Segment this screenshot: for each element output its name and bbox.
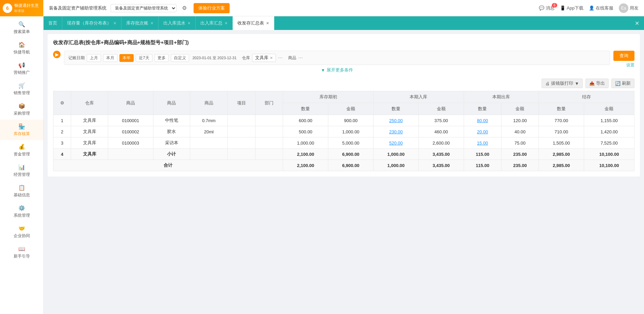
refresh-btn[interactable]: 🔄 刷新 <box>611 79 634 88</box>
export-label: 导出 <box>596 80 605 86</box>
in-qty-link[interactable]: 520.00 <box>389 141 403 146</box>
row-out-amt: 40.00 <box>501 126 539 137</box>
tab-close-inventory-dist[interactable]: ✕ <box>113 21 116 26</box>
refresh-icon: 🔄 <box>615 81 621 86</box>
warehouse-filter: 仓库 文具库 ✕ ··· <box>242 54 282 62</box>
system-icon: ⚙️ <box>18 205 25 211</box>
in-qty-link[interactable]: 230.00 <box>389 129 403 134</box>
row-out-qty[interactable]: 80.00 <box>464 115 501 126</box>
system-select[interactable]: 装备及固定资产辅助管理系统 <box>111 4 177 12</box>
row-in-qty[interactable]: 250.00 <box>373 115 418 126</box>
row-begin-qty: 600.00 <box>283 115 328 126</box>
row-in-qty[interactable]: 230.00 <box>373 126 418 137</box>
row-begin-amt: 900.00 <box>328 115 374 126</box>
th-end-amt: 金额 <box>584 103 634 115</box>
sidebar-item-finance[interactable]: 💰 资金管理 <box>0 140 43 161</box>
th-in-amt: 金额 <box>418 103 464 115</box>
sidebar-item-operation[interactable]: 📊 经营管理 <box>0 161 43 181</box>
expand-more-btn[interactable]: ▼ 展开更多条件 <box>64 67 610 73</box>
tab-flow[interactable]: 出入库流水 ✕ <box>159 16 196 30</box>
print-dropdown-icon: ▼ <box>575 81 579 86</box>
tab-recv-send-label: 收发存汇总表 <box>237 20 264 26</box>
gear-icon: ⚙ <box>60 100 64 105</box>
tab-recv-send[interactable]: 收发存汇总表 ✕ <box>233 16 274 30</box>
search-icon: 🔍 <box>18 21 25 28</box>
row-in-amt: 375.00 <box>418 115 464 126</box>
sidebar-label-enterprise: 企业协同 <box>14 233 30 239</box>
in-qty-link[interactable]: 250.00 <box>389 118 403 123</box>
gear-icon[interactable]: ⚙ <box>182 5 187 11</box>
row-out-qty[interactable]: 20.00 <box>464 126 501 137</box>
tab-close-flow[interactable]: ✕ <box>187 21 191 26</box>
row-out-qty[interactable]: 15.00 <box>464 137 501 149</box>
date-btn-7days[interactable]: 近7天 <box>136 54 152 62</box>
row-in-qty[interactable]: 520.00 <box>373 137 418 149</box>
sidebar-logo: 6 畅捷通好生意 标准版 <box>0 0 43 16</box>
out-qty-link[interactable]: 80.00 <box>477 118 488 123</box>
sidebar-item-sales[interactable]: 🛒 销售管理 <box>0 79 43 99</box>
tabbar-close-all[interactable]: ✕ <box>630 20 644 27</box>
th-gear[interactable]: ⚙ <box>53 91 71 115</box>
tab-home-label: 首页 <box>48 20 57 26</box>
experience-btn[interactable]: 体验行业方案 <box>194 3 230 13</box>
marketing-icon: 📢 <box>18 62 25 68</box>
out-qty-link[interactable]: 15.00 <box>477 141 488 146</box>
row-code <box>108 149 153 160</box>
warehouse-tag-close[interactable]: ✕ <box>270 56 273 60</box>
export-icon: 📤 <box>589 81 595 86</box>
warehouse-more-btn[interactable]: ··· <box>278 55 282 61</box>
online-service-btn[interactable]: 👤 在线客服 <box>589 5 613 11</box>
user-btn[interactable]: Ea 用友 <box>619 3 639 13</box>
expand-label: 展开更多条件 <box>327 67 353 73</box>
row-end-amt: 1,420.00 <box>584 126 634 137</box>
tab-batch[interactable]: 库存批次账 ✕ <box>121 16 159 30</box>
row-project <box>228 149 255 160</box>
row-begin-qty: 2,100.00 <box>283 149 328 160</box>
sidebar-item-system[interactable]: ⚙️ 系统管理 <box>0 201 43 222</box>
th-out-stock: 本期出库 <box>464 91 539 103</box>
warehouse-label: 仓库 <box>242 55 250 61</box>
sidebar-item-quick[interactable]: 🏠 快捷导航 <box>0 38 43 59</box>
home-icon: 🏠 <box>18 42 25 48</box>
sidebar-item-search[interactable]: 🔍 搜索菜单 <box>0 18 43 38</box>
total-label: 合计 <box>53 160 283 171</box>
tab-summary-inout[interactable]: 出入库汇总 ✕ <box>196 16 233 30</box>
collapse-btn[interactable]: ▶ <box>53 51 61 58</box>
sidebar-item-basic[interactable]: 📋 基础信息 <box>0 181 43 201</box>
tab-close-recv-send[interactable]: ✕ <box>266 21 269 26</box>
sales-icon: 🛒 <box>18 82 25 89</box>
goods-more-btn[interactable]: ··· <box>298 55 303 61</box>
sidebar-item-newbie[interactable]: 📖 新手引导 <box>0 242 43 263</box>
sidebar-item-enterprise[interactable]: 🤝 企业协同 <box>0 222 43 242</box>
row-begin-qty: 1,000.00 <box>283 137 328 149</box>
export-btn[interactable]: 📤 导出 <box>585 79 609 88</box>
date-btn-last-month[interactable]: 上月 <box>87 54 101 62</box>
row-begin-amt: 6,900.00 <box>328 149 374 160</box>
date-filter: 记账日期 上月 本月 本年 近7天 更多 自定义 2023-01-01 至 20… <box>68 54 236 62</box>
message-icon: 💬 <box>539 5 544 11</box>
row-spec: 20ml <box>190 126 228 137</box>
query-btn[interactable]: 查询 <box>613 51 634 61</box>
row-begin-qty: 500.00 <box>283 126 328 137</box>
sidebar-item-purchase[interactable]: 📦 采购管理 <box>0 99 43 120</box>
tab-close-batch[interactable]: ✕ <box>150 21 153 26</box>
total-out-qty: 115.00 <box>464 160 501 171</box>
date-btn-more[interactable]: 更多 <box>154 54 169 62</box>
enterprise-icon: 🤝 <box>18 225 25 232</box>
date-btn-this-month[interactable]: 本月 <box>103 54 117 62</box>
message-btn[interactable]: 💬 消息 6 <box>539 5 555 11</box>
date-btn-custom[interactable]: 自定义 <box>171 54 189 62</box>
row-code: 0100003 <box>108 137 153 149</box>
setting-btn[interactable]: 设置 <box>626 62 634 68</box>
tab-home[interactable]: 首页 <box>44 16 62 30</box>
sidebar-item-inventory[interactable]: 🏪 库存核算 <box>0 120 43 140</box>
date-btn-this-year[interactable]: 本年 <box>119 54 134 62</box>
row-name: 小计 <box>153 149 190 160</box>
print-btn[interactable]: 🖨 拔镜版打印 ▼ <box>542 79 583 88</box>
app-download-btn[interactable]: 📱 App下载 <box>560 5 583 11</box>
tab-inventory-dist[interactable]: 现存量（库存分布表） ✕ <box>62 16 121 30</box>
sidebar-item-marketing[interactable]: 📢 营销推广 <box>0 59 43 79</box>
row-warehouse: 文具库 <box>71 126 108 137</box>
out-qty-link[interactable]: 20.00 <box>477 129 488 134</box>
tab-close-summary-inout[interactable]: ✕ <box>225 21 228 26</box>
